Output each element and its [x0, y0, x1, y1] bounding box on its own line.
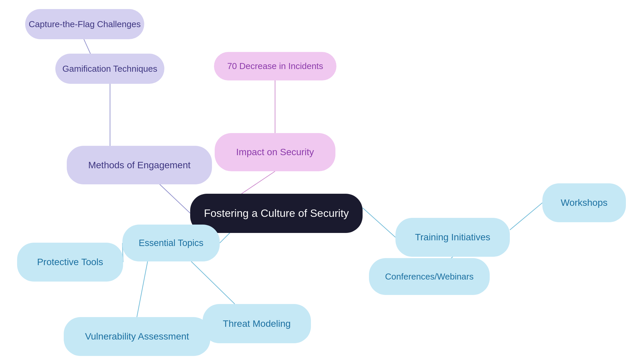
- workshops-node: Workshops: [542, 183, 626, 222]
- vulnerability-assessment-node: Vulnerability Assessment: [64, 317, 210, 356]
- methods-of-engagement-node: Methods of Engagement: [67, 146, 212, 184]
- svg-line-5: [363, 208, 395, 237]
- training-initiatives-node: Training Initiatives: [395, 218, 510, 257]
- threat-modeling-node: Threat Modeling: [203, 304, 311, 343]
- decrease-incidents-node: 70 Decrease in Incidents: [214, 52, 336, 80]
- gamification-node: Gamification Techniques: [55, 54, 164, 84]
- impact-on-security-node: Impact on Security: [215, 133, 335, 171]
- conferences-webinars-node: Conferences/Webinars: [369, 258, 490, 295]
- center-node: Fostering a Culture of Security: [190, 194, 363, 233]
- capture-flag-node: Capture-the-Flag Challenges: [25, 9, 144, 39]
- svg-line-3: [241, 171, 275, 194]
- svg-line-6: [510, 203, 542, 230]
- essential-topics-node: Essential Topics: [122, 225, 220, 261]
- protective-tools-node: Protective Tools: [17, 243, 123, 282]
- svg-line-11: [191, 261, 235, 304]
- svg-line-10: [137, 261, 148, 317]
